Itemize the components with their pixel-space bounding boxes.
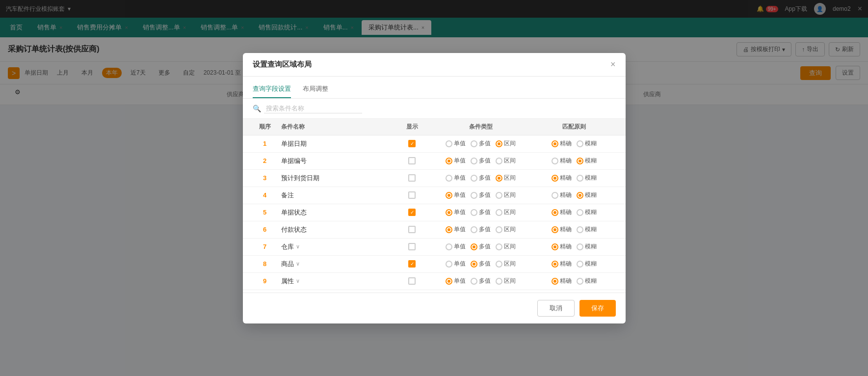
radio-type-single-4[interactable]: 单值	[446, 208, 466, 216]
radio-circle	[496, 278, 502, 285]
radio-circle	[496, 243, 502, 250]
row-type: 单值 多值 区间	[429, 260, 532, 268]
show-checkbox[interactable]	[408, 174, 416, 182]
radio-type-range-0[interactable]: 区间	[496, 139, 516, 148]
radio-type-range-8[interactable]: 区间	[496, 277, 516, 285]
radio-type-multi-3[interactable]: 多值	[471, 191, 491, 199]
row-show[interactable]	[395, 226, 429, 233]
radio-rule-exact-1[interactable]: 精确	[552, 157, 572, 165]
radio-rule-exact-6[interactable]: 精确	[552, 242, 572, 251]
save-button[interactable]: 保存	[579, 300, 616, 302]
show-checkbox[interactable]	[408, 226, 416, 233]
table-row: 8 商品∨ ✓ 单值 多值	[243, 256, 626, 273]
radio-circle	[577, 261, 583, 268]
radio-type-single-8[interactable]: 单值	[446, 277, 466, 285]
row-show[interactable]: ✓	[395, 260, 429, 268]
row-show[interactable]	[395, 277, 429, 285]
radio-rule-exact-2[interactable]: 精确	[552, 174, 572, 182]
radio-label: 多值	[479, 191, 491, 199]
radio-type-multi-1[interactable]: 多值	[471, 157, 491, 165]
show-checkbox[interactable]: ✓	[408, 209, 416, 216]
radio-type-range-6[interactable]: 区间	[496, 242, 516, 251]
cancel-button[interactable]: 取消	[537, 300, 575, 302]
radio-rule-exact-5[interactable]: 精确	[552, 225, 572, 234]
show-checkbox[interactable]: ✓	[408, 260, 416, 268]
radio-circle	[471, 158, 477, 164]
search-input[interactable]	[264, 104, 362, 113]
radio-circle	[446, 175, 452, 182]
show-checkbox[interactable]	[408, 157, 416, 164]
row-show[interactable]	[395, 174, 429, 182]
radio-rule-fuzzy-2[interactable]: 模糊	[577, 174, 597, 182]
radio-rule-fuzzy-6[interactable]: 模糊	[577, 242, 597, 251]
row-rule: 精确 模糊	[532, 208, 616, 216]
radio-type-single-2[interactable]: 单值	[446, 174, 466, 182]
radio-label: 模糊	[585, 174, 597, 182]
radio-label: 区间	[504, 191, 516, 199]
table-row: 5 单据状态 ✓ 单值 多值	[243, 204, 626, 221]
row-name: 付款状态	[277, 225, 395, 234]
radio-circle	[496, 192, 502, 199]
row-name: 备注	[277, 191, 395, 200]
radio-circle	[446, 243, 452, 250]
radio-rule-fuzzy-4[interactable]: 模糊	[577, 208, 597, 216]
row-show[interactable]: ✓	[395, 209, 429, 216]
row-order: 2	[253, 157, 277, 164]
radio-type-multi-2[interactable]: 多值	[471, 174, 491, 182]
row-show[interactable]: ✓	[395, 140, 429, 147]
row-rule: 精确 模糊	[532, 139, 616, 148]
radio-type-single-1[interactable]: 单值	[446, 157, 466, 165]
radio-type-range-7[interactable]: 区间	[496, 260, 516, 268]
radio-type-multi-6[interactable]: 多值	[471, 242, 491, 251]
radio-type-multi-4[interactable]: 多值	[471, 208, 491, 216]
radio-rule-fuzzy-5[interactable]: 模糊	[577, 225, 597, 234]
show-checkbox[interactable]	[408, 191, 416, 199]
show-checkbox[interactable]	[408, 277, 416, 285]
radio-rule-exact-7[interactable]: 精确	[552, 260, 572, 268]
radio-rule-exact-3[interactable]: 精确	[552, 191, 572, 199]
radio-rule-exact-8[interactable]: 精确	[552, 277, 572, 285]
radio-rule-fuzzy-8[interactable]: 模糊	[577, 277, 597, 285]
radio-rule-fuzzy-3[interactable]: 模糊	[577, 191, 597, 199]
radio-type-multi-0[interactable]: 多值	[471, 139, 491, 148]
radio-label: 多值	[479, 260, 491, 268]
radio-type-range-4[interactable]: 区间	[496, 208, 516, 216]
radio-label: 多值	[479, 157, 491, 165]
radio-rule-fuzzy-1[interactable]: 模糊	[577, 157, 597, 165]
row-order: 4	[253, 191, 277, 199]
modal-tab-layout[interactable]: 布局调整	[303, 81, 328, 98]
radio-label: 单值	[454, 242, 466, 251]
radio-type-single-0[interactable]: 单值	[446, 139, 466, 148]
radio-type-single-3[interactable]: 单值	[446, 191, 466, 199]
row-show[interactable]	[395, 157, 429, 164]
radio-type-multi-7[interactable]: 多值	[471, 260, 491, 268]
modal-tab-query-fields[interactable]: 查询字段设置	[253, 81, 291, 98]
radio-circle	[552, 278, 558, 285]
chevron-down-icon: ∨	[296, 243, 300, 250]
radio-rule-exact-0[interactable]: 精确	[552, 139, 572, 148]
radio-type-range-1[interactable]: 区间	[496, 157, 516, 165]
radio-rule-fuzzy-7[interactable]: 模糊	[577, 260, 597, 268]
row-show[interactable]	[395, 191, 429, 199]
table-row: 4 备注 单值 多值	[243, 187, 626, 204]
table-row: 3 预计到货日期 单值 多值	[243, 170, 626, 187]
radio-type-range-5[interactable]: 区间	[496, 225, 516, 234]
radio-type-range-3[interactable]: 区间	[496, 191, 516, 199]
modal-close-button[interactable]: ×	[610, 60, 616, 69]
radio-label: 精确	[560, 277, 572, 285]
radio-type-multi-5[interactable]: 多值	[471, 225, 491, 234]
radio-rule-fuzzy-0[interactable]: 模糊	[577, 139, 597, 148]
row-show[interactable]	[395, 243, 429, 250]
radio-label: 模糊	[585, 139, 597, 148]
modal-table: 顺序 条件名称 显示 条件类型 匹配原则 1 单据日期 ✓ 单值	[243, 119, 626, 293]
radio-type-multi-8[interactable]: 多值	[471, 277, 491, 285]
radio-circle	[577, 209, 583, 216]
show-checkbox[interactable]: ✓	[408, 140, 416, 147]
radio-type-single-5[interactable]: 单值	[446, 225, 466, 234]
radio-rule-exact-4[interactable]: 精确	[552, 208, 572, 216]
show-checkbox[interactable]	[408, 243, 416, 250]
radio-type-range-2[interactable]: 区间	[496, 174, 516, 182]
radio-label: 精确	[560, 260, 572, 268]
radio-type-single-6[interactable]: 单值	[446, 242, 466, 251]
radio-type-single-7[interactable]: 单值	[446, 260, 466, 268]
